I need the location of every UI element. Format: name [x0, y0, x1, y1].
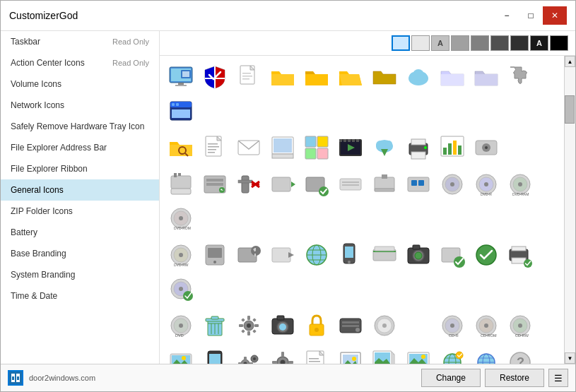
icon-landscape-pic[interactable]	[401, 345, 435, 364]
icon-blank1[interactable]	[401, 309, 435, 343]
menu-button[interactable]: ☰	[548, 369, 568, 387]
icon-drive-camera[interactable]	[401, 238, 435, 272]
color-btn-3[interactable]	[451, 35, 469, 51]
maximize-button[interactable]: □	[519, 6, 543, 25]
scroll-down-button[interactable]: ▼	[565, 352, 575, 364]
svg-rect-318	[17, 376, 19, 380]
icon-document-lines[interactable]	[198, 131, 232, 165]
icon-window-blue[interactable]	[164, 94, 198, 128]
icon-lock-yellow[interactable]	[300, 309, 334, 343]
icon-image-frame[interactable]	[266, 131, 300, 165]
sidebar-item-volume[interactable]: Volume Icons	[1, 73, 159, 95]
icon-dvd-rw[interactable]: DVD-RW	[164, 238, 198, 272]
icon-cloud-blue[interactable]	[401, 60, 435, 94]
icon-video-clip[interactable]	[334, 131, 368, 165]
icon-drive-img[interactable]	[164, 345, 198, 364]
icon-drive-cd[interactable]	[198, 167, 232, 201]
icon-cloud-download[interactable]	[368, 131, 401, 165]
icon-puzzle-piece[interactable]	[503, 60, 537, 94]
icon-drive-usb2[interactable]	[368, 167, 401, 201]
icon-cd-disc[interactable]	[435, 167, 469, 201]
icon-shield-color[interactable]	[198, 60, 232, 94]
icon-chart-bar[interactable]	[435, 131, 469, 165]
icon-photo-frame[interactable]	[334, 345, 368, 364]
icon-drive-scanner[interactable]	[368, 238, 401, 272]
icon-dvd-ram[interactable]: DVD-RAM	[503, 167, 537, 201]
minimize-button[interactable]: −	[495, 6, 519, 25]
icon-drive-win[interactable]	[401, 167, 435, 201]
icon-phone-device[interactable]	[198, 345, 232, 364]
icon-dvd-rom[interactable]: DVD-ROM	[164, 201, 198, 235]
icon-dvd-r[interactable]: DVD-R	[469, 167, 503, 201]
icon-drive-disk[interactable]	[469, 131, 503, 165]
icon-check-green2[interactable]	[469, 238, 503, 272]
color-btn-2[interactable]: A	[431, 35, 449, 51]
icon-folder-ghost[interactable]	[435, 60, 469, 94]
sidebar-item-file-explorer-ribbon[interactable]: File Explorer Ribbon	[1, 158, 159, 179]
icon-recycle-bin[interactable]	[198, 309, 232, 343]
icon-drive-green[interactable]	[300, 167, 334, 201]
icon-folder-ghost2[interactable]	[469, 60, 503, 94]
icon-drive-phone[interactable]	[334, 238, 368, 272]
icon-search-folder[interactable]	[164, 131, 198, 165]
icon-drive-config[interactable]	[232, 238, 266, 272]
icon-cog-settings[interactable]	[266, 345, 300, 364]
color-btn-0[interactable]	[392, 35, 410, 51]
color-btn-6[interactable]	[510, 35, 529, 51]
icon-cog-double[interactable]	[232, 345, 266, 364]
change-button[interactable]: Change	[421, 369, 481, 387]
color-btn-1[interactable]	[411, 35, 430, 51]
icon-cd-rw[interactable]: CD-RW	[503, 309, 537, 343]
icon-cd-check[interactable]	[164, 272, 198, 306]
icon-drive-flat[interactable]	[334, 167, 368, 201]
icon-grid-image[interactable]	[300, 131, 334, 165]
icon-globe-share[interactable]	[435, 345, 469, 364]
sidebar-item-zip-folder[interactable]: ZIP Folder Icons	[1, 201, 159, 222]
icon-cd-silver[interactable]	[368, 309, 401, 343]
icon-settings-cog[interactable]	[232, 309, 266, 343]
icon-monitor-multi[interactable]	[164, 60, 198, 94]
icon-drive-usb[interactable]	[164, 167, 198, 201]
sidebar-item-safely-remove[interactable]: Safely Remove Hardware Tray Icon	[1, 116, 159, 137]
icon-check-green[interactable]	[435, 238, 469, 272]
sidebar-item-battery[interactable]: Battery	[1, 222, 159, 243]
color-btn-8[interactable]	[550, 35, 568, 51]
scroll-thumb[interactable]	[565, 95, 575, 124]
icon-globe-share2[interactable]	[469, 345, 503, 364]
icon-globe-network[interactable]	[300, 238, 334, 272]
icon-folder-slim[interactable]	[368, 60, 401, 94]
sidebar-item-network[interactable]: Network Icons	[1, 95, 159, 116]
icon-question-mark[interactable]: ?	[503, 345, 537, 364]
sidebar-item-taskbar[interactable]: TaskbarRead Only	[1, 31, 159, 52]
icon-cd-rom[interactable]: CD-ROM	[469, 309, 503, 343]
sidebar-item-system-branding[interactable]: System Branding	[1, 264, 159, 285]
color-btn-4[interactable]	[471, 35, 489, 51]
icon-printer-check[interactable]	[503, 238, 537, 272]
sidebar-item-time-date[interactable]: Time & Date	[1, 285, 159, 307]
icon-folder-open[interactable]	[334, 60, 368, 94]
icon-drive-arrow[interactable]	[266, 167, 300, 201]
icon-printer-color[interactable]	[401, 131, 435, 165]
sidebar-item-file-explorer-address[interactable]: File Explorer Address Bar	[1, 137, 159, 158]
scroll-up-button[interactable]: ▲	[565, 56, 575, 67]
icon-drive-arrow2[interactable]	[266, 238, 300, 272]
icon-dvd-label[interactable]: DVD	[164, 309, 198, 343]
sidebar-item-base-branding[interactable]: Base Branding	[1, 243, 159, 264]
icon-red-x-mark[interactable]	[232, 167, 266, 201]
sidebar-item-general-icons[interactable]: General Icons	[1, 179, 159, 201]
icon-drive-portable[interactable]	[198, 238, 232, 272]
color-btn-7[interactable]: A	[530, 35, 548, 51]
icon-document-blank[interactable]	[232, 60, 266, 94]
icon-camera-photo[interactable]	[266, 309, 300, 343]
icon-envelope[interactable]	[232, 131, 266, 165]
icon-picture-set[interactable]	[368, 345, 401, 364]
close-button[interactable]: ✕	[543, 6, 567, 25]
color-btn-5[interactable]	[490, 35, 509, 51]
icon-drive-dark[interactable]	[334, 309, 368, 343]
icon-folder-yellow[interactable]	[266, 60, 300, 94]
sidebar-item-action-center[interactable]: Action Center IconsRead Only	[1, 52, 159, 73]
restore-button[interactable]: Restore	[485, 369, 544, 387]
icon-doc-lines2[interactable]	[300, 345, 334, 364]
icon-cd-r[interactable]: CD-R	[435, 309, 469, 343]
icon-folder-yellow2[interactable]	[300, 60, 334, 94]
